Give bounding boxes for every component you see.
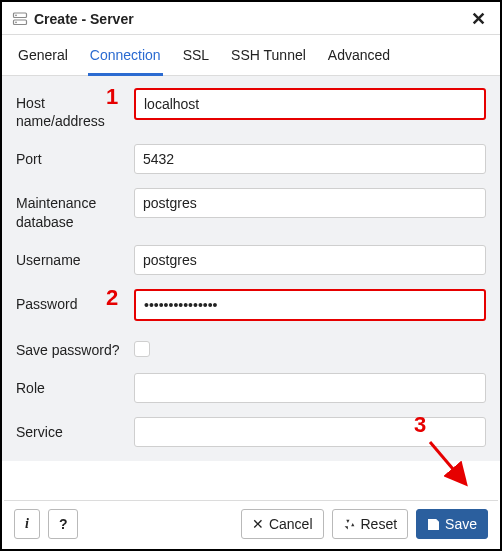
- label-role: Role: [16, 373, 134, 397]
- save-button[interactable]: Save: [416, 509, 488, 539]
- close-icon-small: ✕: [252, 516, 264, 532]
- cancel-button[interactable]: ✕ Cancel: [241, 509, 324, 539]
- save-label: Save: [445, 516, 477, 532]
- help-icon: ?: [59, 516, 68, 532]
- service-input[interactable]: [134, 417, 486, 447]
- help-button[interactable]: ?: [48, 509, 79, 539]
- info-icon: i: [25, 516, 29, 532]
- tab-ssl[interactable]: SSL: [181, 43, 211, 75]
- reset-label: Reset: [361, 516, 398, 532]
- server-icon: [12, 11, 28, 27]
- svg-rect-5: [431, 519, 435, 522]
- row-maintenance-db: Maintenance database: [16, 188, 486, 230]
- annotation-2: 2: [106, 285, 118, 311]
- row-host: Host name/address 1: [16, 88, 486, 130]
- tab-connection[interactable]: Connection: [88, 43, 163, 76]
- footer: i ? ✕ Cancel Reset Save: [4, 500, 498, 547]
- titlebar: Create - Server ✕: [2, 2, 500, 35]
- tab-general[interactable]: General: [16, 43, 70, 75]
- username-input[interactable]: [134, 245, 486, 275]
- row-port: Port: [16, 144, 486, 174]
- label-service: Service: [16, 417, 134, 441]
- annotation-1: 1: [106, 84, 118, 110]
- reset-button[interactable]: Reset: [332, 509, 409, 539]
- label-save-password: Save password?: [16, 335, 134, 359]
- tab-ssh-tunnel[interactable]: SSH Tunnel: [229, 43, 308, 75]
- row-role: Role: [16, 373, 486, 403]
- form-body: Host name/address 1 Port Maintenance dat…: [2, 76, 500, 461]
- row-password: Password 2: [16, 289, 486, 321]
- svg-point-2: [15, 14, 17, 16]
- cancel-label: Cancel: [269, 516, 313, 532]
- label-maintenance-db: Maintenance database: [16, 188, 134, 230]
- save-icon: [427, 518, 440, 531]
- row-service: Service: [16, 417, 486, 447]
- svg-point-3: [15, 21, 17, 23]
- label-username: Username: [16, 245, 134, 269]
- save-password-checkbox[interactable]: [134, 341, 150, 357]
- maintenance-db-input[interactable]: [134, 188, 486, 218]
- port-input[interactable]: [134, 144, 486, 174]
- svg-rect-6: [431, 525, 437, 528]
- label-port: Port: [16, 144, 134, 168]
- window-title: Create - Server: [34, 11, 134, 27]
- close-icon[interactable]: ✕: [467, 8, 490, 30]
- recycle-icon: [343, 518, 356, 531]
- password-input[interactable]: [134, 289, 486, 321]
- role-input[interactable]: [134, 373, 486, 403]
- info-button[interactable]: i: [14, 509, 40, 539]
- row-save-password: Save password?: [16, 335, 486, 359]
- row-username: Username: [16, 245, 486, 275]
- tab-advanced[interactable]: Advanced: [326, 43, 392, 75]
- host-input[interactable]: [134, 88, 486, 120]
- tabs: General Connection SSL SSH Tunnel Advanc…: [2, 35, 500, 76]
